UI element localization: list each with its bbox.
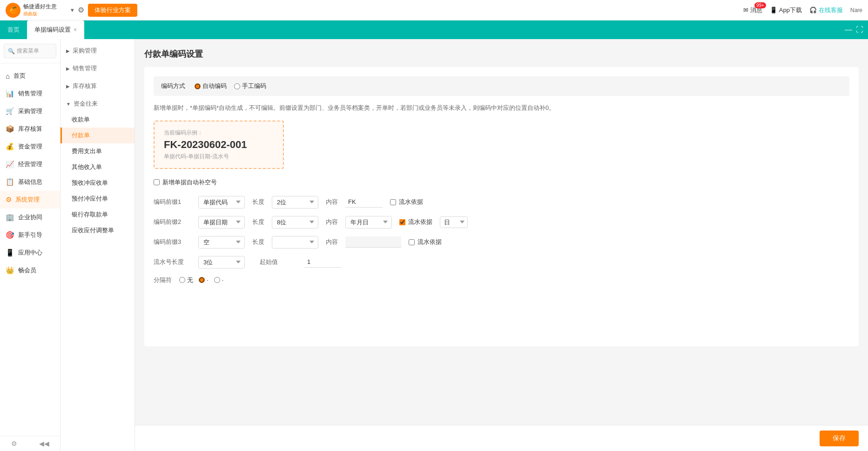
enterprise-icon: 🏢: [6, 213, 14, 222]
top-bar: 🍊 畅捷通好生意 插曲版 ▾ ⚙ 体验行业方案 ✉ 消息 99+ 📱 App下载…: [0, 0, 868, 20]
sec-group-finance: ▼ 资金往来 收款单 付款单 费用支出单 其他收入单 预收冲应收单 预付冲应付单: [61, 96, 135, 238]
sec-group-inventory: ▶ 库存核算: [61, 78, 135, 94]
sec-item-expense[interactable]: 费用支出单: [61, 143, 135, 159]
sidebar-item-system[interactable]: ⚙ 系统管理: [0, 191, 60, 209]
sidebar-item-apps[interactable]: 📱 应用中心: [0, 244, 60, 262]
sidebar-item-sales[interactable]: 📊 销售管理: [0, 85, 60, 102]
tab-maximize-btn[interactable]: ⛶: [856, 26, 863, 34]
length3-label: 长度: [252, 238, 264, 246]
auto-fill-checkbox[interactable]: [154, 179, 160, 185]
flow2-checkbox-input[interactable]: [399, 219, 405, 225]
auto-encode-radio[interactable]: 自动编码: [195, 82, 227, 90]
sidebar-item-vip[interactable]: 👑 畅会员: [0, 262, 60, 279]
top-bar-right: ✉ 消息 99+ 📱 App下载 🎧 在线客服 Nare: [743, 6, 862, 14]
sidebar-collapse-btn[interactable]: ◀◀: [39, 440, 49, 447]
sec-item-payment[interactable]: 付款单: [61, 128, 135, 143]
info-text: 新增单据时，*单据编码*自动生成，不可编辑。前缀设置为部门、业务员等档案类，开单…: [154, 103, 849, 113]
encoding-radio-group: 自动编码 手工编码: [195, 82, 266, 90]
sec-group-purchase-header[interactable]: ▶ 采购管理: [61, 43, 135, 59]
logo-icon: 🍊: [6, 3, 20, 18]
flow3-checkbox[interactable]: 流水依据: [409, 238, 442, 246]
online-service-btn[interactable]: 🎧 在线客服: [809, 6, 843, 14]
user-name[interactable]: Nare: [850, 7, 862, 13]
flow1-checkbox-input[interactable]: [390, 199, 396, 205]
prefix1-select[interactable]: 单据代码: [198, 196, 245, 209]
length2-select[interactable]: 8位: [272, 216, 318, 229]
sidebar-item-guide[interactable]: 🎯 新手引导: [0, 226, 60, 244]
sec-item-other-income[interactable]: 其他收入单: [61, 159, 135, 175]
sec-item-adjust[interactable]: 应收应付调整单: [61, 222, 135, 238]
length1-select[interactable]: 2位: [272, 196, 318, 209]
flow2-unit-select[interactable]: 日: [440, 216, 468, 228]
sidebar-settings-btn[interactable]: ⚙: [11, 440, 17, 447]
encoding-method-row: 编码方式 自动编码 手工编码: [154, 76, 849, 96]
sales-icon: 📊: [6, 89, 14, 98]
tabs-bar-controls: — ⛶: [845, 26, 868, 34]
serial-length-select[interactable]: 3位: [198, 256, 245, 269]
sep-none-input[interactable]: [179, 277, 185, 283]
top-bar-nav: ▾ ⚙ 体验行业方案: [66, 4, 743, 17]
code-preview-value: FK-20230602-001: [164, 139, 274, 151]
tab-close-icon[interactable]: ×: [74, 27, 77, 33]
sec-item-bank[interactable]: 银行存取款单: [61, 207, 135, 222]
sidebar-item-operation[interactable]: 📈 经营管理: [0, 155, 60, 173]
basic-icon: 📋: [6, 178, 14, 186]
save-button[interactable]: 保存: [820, 431, 859, 446]
page-footer: 保存: [135, 425, 868, 451]
sec-item-receipt[interactable]: 收款单: [61, 112, 135, 128]
flow3-checkbox-input[interactable]: [409, 239, 415, 245]
sec-group-inventory-header[interactable]: ▶ 库存核算: [61, 78, 135, 94]
length2-label: 长度: [252, 218, 264, 226]
guide-icon: 🎯: [6, 231, 14, 239]
auto-encode-input[interactable]: [195, 83, 201, 89]
length3-select[interactable]: [272, 236, 318, 249]
tab-home[interactable]: 首页: [0, 20, 27, 39]
sec-group-sales: ▶ 销售管理: [61, 61, 135, 76]
trial-btn[interactable]: 体验行业方案: [88, 4, 137, 17]
sep-dot-input[interactable]: [199, 277, 205, 283]
flow2-checkbox[interactable]: 流水依据: [399, 218, 432, 226]
sec-group-finance-header[interactable]: ▼ 资金往来: [61, 96, 135, 112]
content1-input[interactable]: [345, 196, 383, 208]
prefix3-select[interactable]: 空: [198, 236, 245, 249]
sidebar-item-home[interactable]: ⌂ 首页: [0, 67, 60, 85]
sep-none-radio[interactable]: 无: [179, 276, 193, 284]
sidebar-bottom: ⚙ ◀◀: [0, 436, 60, 451]
settings-icon[interactable]: ⚙: [78, 6, 84, 14]
sidebar-item-enterprise[interactable]: 🏢 企业协同: [0, 209, 60, 226]
flow1-checkbox[interactable]: 流水依据: [390, 198, 423, 206]
auto-fill-row: 新增单据自动补空号: [154, 178, 849, 187]
main-content: 付款单编码设置 编码方式 自动编码 手工编码 新增单据时，*单据编码*自动生成: [135, 39, 868, 451]
sec-item-prepay-pay[interactable]: 预付冲应付单: [61, 191, 135, 207]
sidebar-item-finance[interactable]: 💰 资金管理: [0, 138, 60, 155]
search-menu-btn[interactable]: 🔍 搜索菜单: [4, 44, 56, 58]
sec-group-sales-header[interactable]: ▶ 销售管理: [61, 61, 135, 76]
prefix-row-3: 编码前缀3 空 长度 内容 流水依据: [154, 236, 849, 249]
manual-encode-radio[interactable]: 手工编码: [234, 82, 266, 90]
message-btn[interactable]: ✉ 消息 99+: [743, 6, 762, 14]
nav-dropdown[interactable]: ▾: [71, 7, 74, 13]
sep-dash-radio[interactable]: ·: [214, 276, 224, 283]
sec-item-prepay-receive[interactable]: 预收冲应收单: [61, 175, 135, 191]
tab-minimize-btn[interactable]: —: [845, 26, 852, 34]
sidebar-item-inventory[interactable]: 📦 库存核算: [0, 120, 60, 138]
start-value-input[interactable]: [304, 256, 342, 268]
layout: 🔍 搜索菜单 ⌂ 首页 📊 销售管理 🛒 采购管理 📦 库存核算 💰: [0, 39, 868, 451]
sidebar-search-area: 🔍 搜索菜单: [0, 39, 60, 63]
encoding-method-label: 编码方式: [161, 82, 185, 90]
content3-input[interactable]: [345, 236, 401, 248]
auto-fill-label: 新增单据自动补空号: [162, 178, 217, 187]
sidebar-item-purchase[interactable]: 🛒 采购管理: [0, 102, 60, 120]
serial-length-label: 流水号长度: [154, 258, 191, 266]
sidebar: 🔍 搜索菜单 ⌂ 首页 📊 销售管理 🛒 采购管理 📦 库存核算 💰: [0, 39, 61, 451]
tab-encoding-settings[interactable]: 单据编码设置 ×: [27, 20, 84, 39]
sidebar-item-basic[interactable]: 📋 基础信息: [0, 173, 60, 191]
content2-select[interactable]: 年月日: [345, 216, 392, 229]
sep-dash-input[interactable]: [214, 277, 220, 283]
code-preview-desc: 单据代码-单据日期-流水号: [164, 153, 274, 161]
tabs-bar: 首页 单据编码设置 × — ⛶: [0, 20, 868, 39]
app-download-btn[interactable]: 📱 App下载: [770, 6, 802, 14]
prefix2-select[interactable]: 单据日期: [198, 216, 245, 229]
manual-encode-input[interactable]: [234, 83, 240, 89]
sep-dot-radio[interactable]: ·: [199, 276, 209, 283]
